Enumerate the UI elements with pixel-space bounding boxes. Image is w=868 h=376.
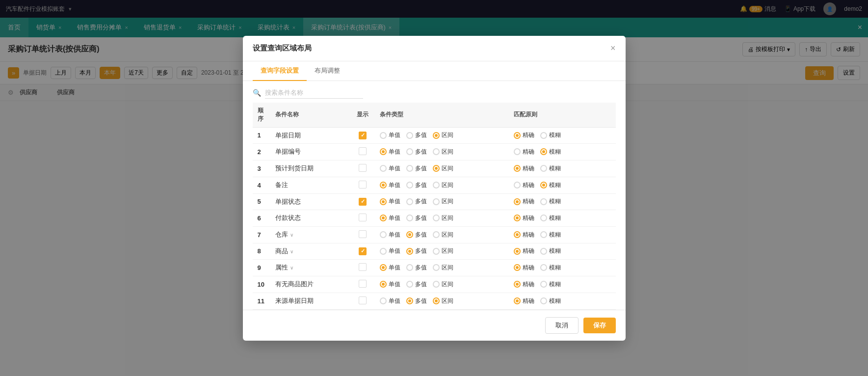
table-row: 8商品 ∨单值多值区间精确模糊: [253, 243, 616, 259]
tab-query-fields-label: 查询字段设置: [261, 67, 299, 74]
type-multi-radio[interactable]: 多值: [406, 247, 427, 255]
row-show-checkbox[interactable]: [350, 226, 375, 243]
match-exact-radio[interactable]: 精确: [514, 164, 534, 173]
match-fuzzy-radio[interactable]: 模糊: [540, 148, 561, 156]
table-row: 10有无商品图片单值多值区间精确模糊: [253, 276, 616, 293]
type-single-radio[interactable]: 单值: [380, 131, 400, 139]
type-single-radio[interactable]: 单值: [380, 264, 400, 272]
checkbox[interactable]: [359, 132, 367, 139]
row-show-checkbox[interactable]: [350, 293, 375, 309]
type-single-radio[interactable]: 单值: [380, 247, 400, 255]
type-multi-radio[interactable]: 多值: [406, 181, 427, 189]
type-range-radio[interactable]: 区间: [433, 214, 453, 222]
search-input[interactable]: [265, 87, 363, 99]
type-range-radio[interactable]: 区间: [433, 197, 453, 206]
row-condition-name: 备注: [270, 177, 351, 193]
row-match: 精确模糊: [509, 160, 616, 177]
cancel-button[interactable]: 取消: [545, 317, 579, 334]
row-show-checkbox[interactable]: [350, 160, 375, 177]
match-exact-radio[interactable]: 精确: [514, 181, 534, 189]
row-show-checkbox[interactable]: [350, 276, 375, 293]
tab-layout-adjust[interactable]: 布局调整: [307, 61, 348, 81]
type-multi-radio[interactable]: 多值: [406, 131, 427, 139]
checkbox[interactable]: [359, 247, 367, 255]
row-show-checkbox[interactable]: [350, 210, 375, 226]
row-show-checkbox[interactable]: [350, 177, 375, 193]
dropdown-arrow-icon[interactable]: ∨: [289, 232, 294, 238]
dropdown-arrow-icon[interactable]: ∨: [289, 265, 294, 270]
type-range-radio[interactable]: 区间: [433, 280, 453, 289]
row-show-checkbox[interactable]: [350, 243, 375, 259]
dialog: 设置查询区域布局 × 查询字段设置 布局调整 🔍 顺序 条件名称: [243, 36, 626, 341]
checkbox[interactable]: [359, 181, 367, 188]
type-range-radio[interactable]: 区间: [433, 131, 453, 139]
match-fuzzy-radio[interactable]: 模糊: [540, 181, 561, 189]
match-fuzzy-radio[interactable]: 模糊: [540, 264, 561, 272]
type-range-radio[interactable]: 区间: [433, 148, 453, 156]
row-show-checkbox[interactable]: [350, 127, 375, 143]
type-single-radio[interactable]: 单值: [380, 280, 400, 289]
match-exact-radio[interactable]: 精确: [514, 131, 534, 139]
checkbox[interactable]: [359, 296, 367, 304]
type-single-radio[interactable]: 单值: [380, 231, 400, 239]
row-show-checkbox[interactable]: [350, 143, 375, 160]
match-exact-radio[interactable]: 精确: [514, 280, 534, 289]
row-condition-name: 单据状态: [270, 193, 351, 210]
type-multi-radio[interactable]: 多值: [406, 148, 427, 156]
type-multi-radio[interactable]: 多值: [406, 214, 427, 222]
checkbox[interactable]: [359, 230, 367, 238]
match-exact-radio[interactable]: 精确: [514, 264, 534, 272]
type-single-radio[interactable]: 单值: [380, 164, 400, 173]
match-fuzzy-radio[interactable]: 模糊: [540, 231, 561, 239]
type-single-radio[interactable]: 单值: [380, 297, 400, 305]
type-range-radio[interactable]: 区间: [433, 164, 453, 173]
match-exact-radio[interactable]: 精确: [514, 197, 534, 206]
type-single-radio[interactable]: 单值: [380, 148, 400, 156]
type-multi-radio[interactable]: 多值: [406, 280, 427, 289]
type-range-radio[interactable]: 区间: [433, 181, 453, 189]
table-row: 4备注单值多值区间精确模糊: [253, 177, 616, 193]
checkbox[interactable]: [359, 263, 367, 271]
row-condition-name: 属性 ∨: [270, 259, 351, 276]
match-fuzzy-radio[interactable]: 模糊: [540, 214, 561, 222]
type-single-radio[interactable]: 单值: [380, 181, 400, 189]
type-range-radio[interactable]: 区间: [433, 247, 453, 255]
match-exact-radio[interactable]: 精确: [514, 148, 534, 156]
checkbox[interactable]: [359, 214, 367, 221]
match-exact-radio[interactable]: 精确: [514, 247, 534, 255]
type-multi-radio[interactable]: 多值: [406, 164, 427, 173]
tab-query-fields[interactable]: 查询字段设置: [253, 61, 307, 81]
checkbox[interactable]: [359, 198, 367, 206]
checkbox[interactable]: [359, 147, 367, 155]
match-exact-radio[interactable]: 精确: [514, 231, 534, 239]
match-fuzzy-radio[interactable]: 模糊: [540, 131, 561, 139]
match-fuzzy-radio[interactable]: 模糊: [540, 297, 561, 305]
row-type: 单值多值区间: [375, 243, 509, 259]
dialog-close-button[interactable]: ×: [610, 44, 616, 53]
dialog-tabs: 查询字段设置 布局调整: [243, 61, 626, 81]
match-fuzzy-radio[interactable]: 模糊: [540, 164, 561, 173]
match-exact-radio[interactable]: 精确: [514, 214, 534, 222]
type-range-radio[interactable]: 区间: [433, 231, 453, 239]
type-multi-radio[interactable]: 多值: [406, 297, 427, 305]
tab-layout-adjust-label: 布局调整: [315, 67, 340, 74]
type-range-radio[interactable]: 区间: [433, 297, 453, 305]
match-fuzzy-radio[interactable]: 模糊: [540, 197, 561, 206]
match-fuzzy-radio[interactable]: 模糊: [540, 247, 561, 255]
type-multi-radio[interactable]: 多值: [406, 231, 427, 239]
match-fuzzy-radio[interactable]: 模糊: [540, 280, 561, 289]
checkbox[interactable]: [359, 164, 367, 172]
type-multi-radio[interactable]: 多值: [406, 197, 427, 206]
type-single-radio[interactable]: 单值: [380, 197, 400, 206]
col-header-type: 条件类型: [375, 103, 509, 128]
type-range-radio[interactable]: 区间: [433, 264, 453, 272]
type-multi-radio[interactable]: 多值: [406, 264, 427, 272]
row-show-checkbox[interactable]: [350, 193, 375, 210]
match-exact-radio[interactable]: 精确: [514, 297, 534, 305]
dropdown-arrow-icon[interactable]: ∨: [289, 249, 294, 254]
row-index: 11: [253, 293, 270, 309]
checkbox[interactable]: [359, 280, 367, 288]
type-single-radio[interactable]: 单值: [380, 214, 400, 222]
row-show-checkbox[interactable]: [350, 259, 375, 276]
save-button[interactable]: 保存: [583, 318, 616, 333]
